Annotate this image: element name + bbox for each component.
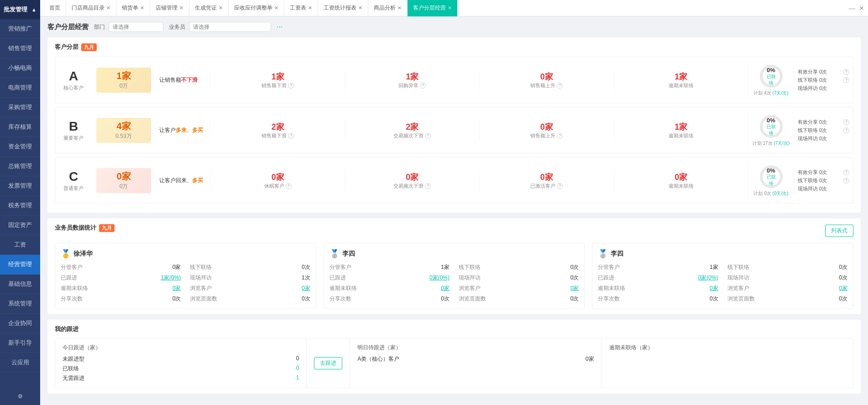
followup-title: 我的跟进 xyxy=(55,325,853,333)
sidebar-item-cloud[interactable]: 云应用 xyxy=(0,353,40,373)
tier-b-stat-visit: 现场拜访 0次 xyxy=(798,135,849,142)
close-icon[interactable]: ✕ xyxy=(448,5,452,11)
tier-row-c: C 普通客户 0家 0万 让客户回来、多买 0家 休眠客户 ? 0家 交易 xyxy=(55,157,853,204)
sidebar-item-basic[interactable]: 基础信息 xyxy=(0,274,40,294)
staff-3-stats: 分管客户 1家 线下联络 0次 已跟进 0家(0%) 现场拜访 xyxy=(598,263,847,303)
tier-c-stat-4: 0家 逾期未联络 xyxy=(614,170,748,191)
tier-b-circle: 0% 已联络 计划 17次 (7天/次) xyxy=(748,112,794,148)
sidebar-item-system[interactable]: 系统管理 xyxy=(0,294,40,314)
close-icon[interactable]: ✕ xyxy=(358,5,362,11)
tier-b-stat-3: 0家 销售额上升 ? xyxy=(479,120,614,141)
sidebar-item-inventory[interactable]: 库存核算 xyxy=(0,117,40,137)
staff-1-browse-customer: 浏览客户 0家 xyxy=(190,284,310,292)
info-icon[interactable]: ? xyxy=(288,133,294,139)
staff-1-stats: 分管客户 0家 线下联络 0次 已跟进 1家(0%) 现场拜访 xyxy=(61,263,310,303)
info-icon[interactable]: ? xyxy=(420,83,426,89)
tier-c-label: C 普通客户 xyxy=(55,169,92,192)
info-icon[interactable]: ? xyxy=(843,69,849,75)
sidebar-item-operations[interactable]: 经营管理 xyxy=(0,255,40,274)
tab-voucher[interactable]: 生成凭证 ✕ xyxy=(189,0,229,16)
close-icon[interactable]: ✕ xyxy=(106,5,110,11)
staff-1-name: 徐泽华 xyxy=(73,250,93,258)
sidebar-item-ledger[interactable]: 总账管理 xyxy=(0,157,40,176)
sidebar-item-payroll[interactable]: 工资 xyxy=(0,235,40,255)
sidebar-item-invoice[interactable]: 发票管理 xyxy=(0,176,40,196)
info-icon[interactable]: ? xyxy=(425,133,431,139)
dept-select[interactable] xyxy=(109,22,163,32)
followup-section: 我的跟进 今日跟进（家） 未跟进型0 已联络0 无需跟进1 xyxy=(47,320,861,394)
sidebar-item-finance[interactable]: 资金管理 xyxy=(0,137,40,157)
sidebar-item-collab[interactable]: 企业协同 xyxy=(0,314,40,333)
tab-store-mgmt[interactable]: 店铺管理 ✕ xyxy=(150,0,189,16)
sidebar-item-guide[interactable]: 新手引导 xyxy=(0,333,40,353)
info-icon[interactable]: ? xyxy=(288,83,294,89)
staff-3-browse-customer: 浏览客户 0家 xyxy=(727,284,847,292)
close-icon[interactable]: ✕ xyxy=(397,5,402,11)
tier-month-badge: 九月 xyxy=(81,43,97,51)
tier-a-circle: 0% 已联络 计划 4次 (7天/次) xyxy=(748,62,794,98)
staff-1-name-row: 🥇 徐泽华 xyxy=(61,249,310,259)
staff-card-1: 🥇 徐泽华 分管客户 0家 线下联络 0次 已跟进 xyxy=(55,243,316,309)
more-options-icon[interactable]: ··· xyxy=(277,23,282,31)
tier-b-circle-chart: 0% 已联络 xyxy=(758,114,784,139)
info-icon[interactable]: ? xyxy=(843,127,849,133)
sidebar-item-ecom-small[interactable]: 小畅电商 xyxy=(0,58,40,78)
followup-today-row1: 未跟进型0 xyxy=(63,355,299,363)
sidebar-item-purchase[interactable]: 采购管理 xyxy=(0,98,40,117)
goto-followup-button[interactable]: 去跟进 xyxy=(314,357,342,369)
info-icon[interactable]: ? xyxy=(843,119,849,125)
staff-2-stats: 分管客户 1家 线下联络 0次 已跟进 0家(0%) 现场拜访 xyxy=(329,263,579,303)
window-close-icon[interactable]: ✕ xyxy=(859,5,864,12)
tab-sales-order[interactable]: 销货单 ✕ xyxy=(116,0,150,16)
sidebar-item-sales[interactable]: 销售管理 xyxy=(0,39,40,58)
sidebar-collapse-icon[interactable]: ▲ xyxy=(31,7,37,12)
info-icon[interactable]: ? xyxy=(557,183,563,189)
tier-c-stat-1: 0家 休眠客户 ? xyxy=(210,170,345,191)
window-minimize-icon[interactable]: — xyxy=(849,5,855,12)
staff-1-visit: 现场拜访 1次 xyxy=(190,274,310,282)
tier-b-stat-share: 有效分享 0次 ? xyxy=(798,119,849,126)
info-icon[interactable]: ? xyxy=(843,77,849,83)
sidebar-item-ecom[interactable]: 电商管理 xyxy=(0,78,40,98)
close-icon[interactable]: ✕ xyxy=(219,5,223,11)
sidebar: 批发管理 ▲ 营销推广 销售管理 小畅电商 电商管理 采购管理 库存核算 资金管… xyxy=(0,0,40,405)
list-view-button[interactable]: 列表式 xyxy=(825,225,853,237)
tier-a-stat-2: 1家 回购异常 ? xyxy=(345,69,480,91)
info-icon[interactable]: ? xyxy=(843,169,849,175)
staff-1-share: 分享次数 0次 xyxy=(61,295,181,303)
close-icon[interactable]: ✕ xyxy=(140,5,144,11)
tab-home[interactable]: 首页 xyxy=(44,0,66,16)
close-icon[interactable]: ✕ xyxy=(274,5,278,11)
tab-customer-tier[interactable]: 客户分层经营 ✕ xyxy=(408,0,458,16)
followup-tomorrow-title: 明日待跟进（家） xyxy=(357,344,594,352)
staff-2-browse-pages: 浏览页面数 0次 xyxy=(459,295,579,303)
tier-a-label: A 核心客户 xyxy=(55,69,92,91)
staff-2-offline: 线下联络 0次 xyxy=(459,263,579,271)
info-icon[interactable]: ? xyxy=(286,183,292,189)
info-icon[interactable]: ? xyxy=(843,178,849,184)
tier-b-stat-2: 2家 交易频次下滑 ? xyxy=(345,120,480,141)
tab-payroll-report[interactable]: 工资统计报表 ✕ xyxy=(318,0,368,16)
tier-b-summary: 4家 0.53万 xyxy=(92,117,156,143)
close-icon[interactable]: ✕ xyxy=(179,5,183,11)
tier-b-circle-plan: 计划 17次 (7天/次) xyxy=(753,140,790,147)
info-icon[interactable]: ? xyxy=(425,183,431,189)
info-icon[interactable]: ? xyxy=(557,133,563,139)
sidebar-settings[interactable]: ⚙ xyxy=(0,388,40,405)
tab-ar-ap[interactable]: 应收应付调整单 ✕ xyxy=(229,0,284,16)
sidebar-item-tax[interactable]: 税务管理 xyxy=(0,196,40,216)
tab-store-products[interactable]: 门店商品目录 ✕ xyxy=(66,0,116,16)
sidebar-header[interactable]: 批发管理 ▲ xyxy=(0,0,40,19)
staff-1-browse-pages: 浏览页面数 0次 xyxy=(190,295,310,303)
sidebar-item-assets[interactable]: 固定资产 xyxy=(0,216,40,235)
info-icon[interactable]: ? xyxy=(557,83,563,89)
close-icon[interactable]: ✕ xyxy=(308,5,312,11)
filter-dept: 部门 xyxy=(94,22,163,32)
tier-a-circle-chart: 0% 已联络 xyxy=(758,63,784,89)
tab-payroll-sheet[interactable]: 工资表 ✕ xyxy=(284,0,318,16)
staff-select[interactable] xyxy=(189,22,271,32)
medal-silver-icon: 🥈 xyxy=(329,249,340,259)
sidebar-item-marketing[interactable]: 营销推广 xyxy=(0,19,40,39)
tier-b-label: B 重要客户 xyxy=(55,119,92,142)
tab-product-analysis[interactable]: 商品分析 ✕ xyxy=(368,0,408,16)
